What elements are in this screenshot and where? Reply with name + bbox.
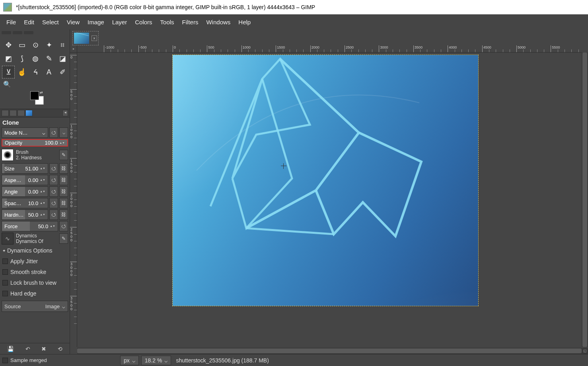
toolbox: ✥ ▭ ⊙ ✦ ⌗ ◩ ⟆ ◍ ✎ ◪ ⊻ ☝ ᔦ A ✐ 🔍 ⇄ xyxy=(0,29,70,109)
left-panel: ✥ ▭ ⊙ ✦ ⌗ ◩ ⟆ ◍ ✎ ◪ ⊻ ☝ ᔦ A ✐ 🔍 ⇄ xyxy=(0,29,70,354)
delete-preset-icon[interactable]: ✖ xyxy=(41,346,46,352)
menu-view[interactable]: View xyxy=(63,16,84,28)
tool-options-title: Clone xyxy=(0,117,70,127)
spacing-link-button[interactable]: ⛓ xyxy=(59,198,68,208)
tool-clone[interactable]: ⊻ xyxy=(2,66,14,78)
aspect-reset-button[interactable]: ⭯ xyxy=(49,175,58,185)
angle-reset-button[interactable]: ⭯ xyxy=(49,186,58,197)
tool-crop[interactable]: ⌗ xyxy=(56,39,68,51)
tool-zoom[interactable]: 🔍 xyxy=(3,80,66,88)
mode-dropdown[interactable]: Mode N… ⌵ xyxy=(2,127,48,138)
canvas-image[interactable] xyxy=(173,55,478,306)
brush-name: 2. Hardness xyxy=(16,155,57,160)
dock-tabs: ◂ xyxy=(0,109,70,117)
tool-warp[interactable]: ⟆ xyxy=(16,53,28,65)
spacing-reset-button[interactable]: ⭯ xyxy=(49,198,58,208)
dock-tab-undo[interactable] xyxy=(18,110,25,116)
horizontal-ruler[interactable]: -1000-5000500100015002000250030003500400… xyxy=(77,45,582,53)
reset-preset-icon[interactable]: ⟲ xyxy=(58,346,62,352)
dynamics-name: Dynamics Of xyxy=(16,239,57,244)
dock-tab-images[interactable] xyxy=(25,110,33,116)
angle-slider[interactable]: Angle0.00▲▼ xyxy=(2,186,48,197)
dynamics-preview[interactable]: ∿ xyxy=(2,233,14,245)
size-slider[interactable]: Size51.00▲▼ xyxy=(2,163,48,174)
brush-label: Brush xyxy=(16,149,57,155)
menu-image[interactable]: Image xyxy=(84,16,108,28)
force-slider[interactable]: Force50.0▲▼ xyxy=(2,221,58,231)
menu-file[interactable]: File xyxy=(2,16,20,28)
menu-edit[interactable]: Edit xyxy=(20,16,38,28)
mode-menu-button[interactable]: ⌵ xyxy=(59,127,68,138)
menu-filters[interactable]: Filters xyxy=(178,16,202,28)
smooth-stroke-checkbox[interactable]: Smooth stroke xyxy=(2,267,68,277)
brush-edit-button[interactable]: ✎ xyxy=(59,150,68,160)
source-dropdown[interactable]: Source Image⌵ xyxy=(2,301,68,312)
image-tab[interactable]: × xyxy=(72,31,99,45)
clone-cursor-icon xyxy=(281,163,286,169)
menu-select[interactable]: Select xyxy=(38,16,63,28)
angle-link-button[interactable]: ⛓ xyxy=(59,186,68,197)
swap-colors-icon[interactable]: ⇄ xyxy=(40,90,43,94)
left-bottom-overlay: Sample merged xyxy=(0,354,70,366)
mode-reset-button[interactable]: ⭯ xyxy=(49,127,58,138)
menu-layer[interactable]: Layer xyxy=(108,16,131,28)
tool-free-select[interactable]: ⊙ xyxy=(29,39,41,51)
tool-options: Mode N… ⌵ ⭯ ⌵ Opacity 100.0▲▼ Brush 2. H… xyxy=(0,127,70,313)
tool-color-picker[interactable]: ✐ xyxy=(56,66,68,78)
menu-help[interactable]: Help xyxy=(234,16,255,28)
aspect-slider[interactable]: Aspe…0.00▲▼ xyxy=(2,175,48,185)
statusbar: px⌵ 18.2 %⌵ shutterstock_2535506.jpg (18… xyxy=(0,354,588,366)
force-reset-button[interactable]: ⭯ xyxy=(59,221,68,231)
toolbox-indicator xyxy=(2,31,68,36)
tool-rect-select[interactable]: ▭ xyxy=(16,39,28,51)
window-title: *[shutterstock_2535506] (imported)-8.0 (… xyxy=(16,4,315,10)
save-preset-icon[interactable]: 💾 xyxy=(7,346,14,352)
tool-path[interactable]: ᔦ xyxy=(29,66,41,78)
tool-text[interactable]: A xyxy=(43,66,55,78)
restore-preset-icon[interactable]: ↶ xyxy=(25,346,30,352)
foreground-color[interactable] xyxy=(30,91,39,100)
hardness-reset-button[interactable]: ⭯ xyxy=(49,209,58,220)
menu-windows[interactable]: Windows xyxy=(202,16,234,28)
zoom-dropdown[interactable]: 18.2 %⌵ xyxy=(141,356,171,365)
vertical-ruler[interactable]: 0500100015002000250030003500 xyxy=(70,53,77,347)
tool-bucket[interactable]: ◍ xyxy=(29,53,41,65)
spacing-slider[interactable]: Spac…10.0▲▼ xyxy=(2,198,48,208)
tool-eraser[interactable]: ◪ xyxy=(56,53,68,65)
viewport[interactable] xyxy=(77,53,582,347)
dock-tab-device[interactable] xyxy=(10,110,17,116)
hard-edge-checkbox[interactable]: Hard edge xyxy=(2,289,68,298)
size-reset-button[interactable]: ⭯ xyxy=(49,163,58,174)
brush-preview[interactable] xyxy=(2,149,14,161)
hardness-link-button[interactable]: ⛓ xyxy=(59,209,68,220)
lock-brush-checkbox[interactable]: Lock brush to view xyxy=(2,278,68,288)
vertical-scrollbar[interactable] xyxy=(582,53,588,347)
tool-options-bottom-bar: 💾 ↶ ✖ ⟲ xyxy=(0,343,70,354)
close-tab-icon[interactable]: × xyxy=(92,35,97,41)
hardness-slider[interactable]: Hardn…50.0▲▼ xyxy=(2,209,48,220)
dock-tab-tool-options[interactable] xyxy=(2,110,9,116)
tool-smudge[interactable]: ☝ xyxy=(16,66,28,78)
opacity-slider[interactable]: Opacity 100.0▲▼ xyxy=(2,139,68,147)
dynamics-label: Dynamics xyxy=(16,233,57,239)
dynamics-edit-button[interactable]: ✎ xyxy=(59,233,68,244)
size-link-button[interactable]: ⛓ xyxy=(59,163,68,174)
sample-merged-checkbox[interactable]: Sample merged xyxy=(2,357,47,363)
tool-fuzzy-select[interactable]: ✦ xyxy=(43,39,55,51)
tool-paintbrush[interactable]: ✎ xyxy=(43,53,55,65)
apply-jitter-checkbox[interactable]: Apply Jitter xyxy=(2,256,68,266)
tool-move[interactable]: ✥ xyxy=(2,39,14,51)
ruler-corner[interactable]: ▸ xyxy=(70,45,77,53)
aspect-link-button[interactable]: ⛓ xyxy=(59,175,68,185)
status-filename: shutterstock_2535506.jpg (188.7 MB) xyxy=(176,357,269,364)
nav-corner-icon[interactable]: ◱ xyxy=(582,348,588,354)
menu-tools[interactable]: Tools xyxy=(156,16,178,28)
horizontal-scrollbar[interactable] xyxy=(77,348,582,354)
tool-transform[interactable]: ◩ xyxy=(2,53,14,65)
menu-colors[interactable]: Colors xyxy=(131,16,156,28)
unit-dropdown[interactable]: px⌵ xyxy=(120,356,139,365)
menubar: File Edit Select View Image Layer Colors… xyxy=(0,14,588,29)
dynamics-options-expander[interactable]: ✦Dynamics Options xyxy=(2,246,68,255)
canvas-artwork xyxy=(173,55,478,306)
dock-tab-menu[interactable]: ◂ xyxy=(62,110,68,116)
